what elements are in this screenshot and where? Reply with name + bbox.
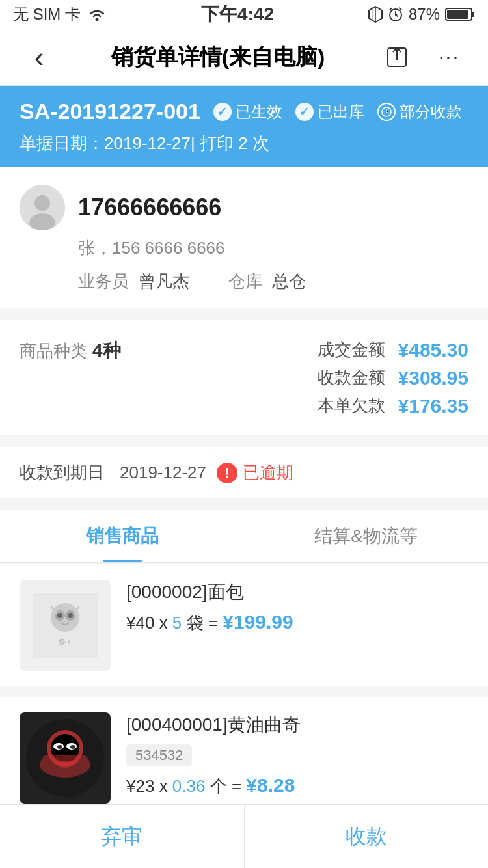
product-price-1: ¥40 x 5 袋 = ¥199.99 xyxy=(126,611,468,634)
more-button[interactable]: ··· xyxy=(429,45,468,69)
status-left: 无 SIM 卡 xyxy=(13,4,107,25)
status-bar: 无 SIM 卡 下午4:42 87% xyxy=(0,0,488,29)
salesperson-label: 业务员 xyxy=(78,271,129,291)
signal-text: 无 SIM 卡 xyxy=(13,4,81,25)
collect-payment-button[interactable]: 收款 xyxy=(244,805,489,868)
divider-3 xyxy=(0,500,488,510)
wifi-icon xyxy=(87,7,107,21)
status-badge-3: 部分收款 xyxy=(377,102,462,122)
stat-amount-received: ¥308.95 xyxy=(398,367,468,389)
check-icon-2: ✓ xyxy=(295,103,314,121)
stat-label-owed: 本单欠款 xyxy=(318,394,385,417)
alarm-icon xyxy=(388,7,403,22)
product-info-2: [000400001]黄油曲奇 534532 ¥23 x 0.36 个 = ¥8… xyxy=(126,712,468,798)
svg-text:鲁+: 鲁+ xyxy=(59,638,71,647)
warehouse-value: 总仓 xyxy=(272,271,306,291)
stat-item-owed: 本单欠款 ¥176.35 xyxy=(318,394,468,417)
customer-phone: 17666666666 xyxy=(78,194,221,221)
overdue-icon: ! xyxy=(217,463,237,483)
product-name-2: [000400001]黄油曲奇 xyxy=(126,712,468,737)
share-button[interactable] xyxy=(377,46,416,69)
divider-2 xyxy=(0,437,488,447)
svg-rect-4 xyxy=(447,10,468,19)
stat-item-received: 收款金额 ¥308.95 xyxy=(318,366,468,389)
tabs-row: 销售商品 结算&物流等 xyxy=(0,510,488,563)
stat-item-transaction: 成交金额 ¥485.30 xyxy=(318,338,468,361)
bottom-bar: 弃审 收款 xyxy=(0,804,488,868)
product-info-1: [0000002]面包 ¥40 x 5 袋 = ¥199.99 xyxy=(126,580,468,634)
page-title: 销货单详情(来自电脑) xyxy=(59,42,377,72)
avatar xyxy=(20,185,65,230)
svg-point-24 xyxy=(70,745,75,749)
customer-info: 张，156 6666 6666 xyxy=(20,237,468,260)
product-image-1: 鲁+ xyxy=(20,580,111,671)
svg-point-8 xyxy=(34,195,50,211)
divider-1 xyxy=(0,310,488,320)
due-label: 收款到期日 xyxy=(20,461,104,484)
customer-section: 17666666666 张，156 6666 6666 业务员 曾凡杰 仓库 总… xyxy=(0,167,488,308)
status-time: 下午4:42 xyxy=(201,2,274,27)
check-icon-1: ✓ xyxy=(213,103,232,121)
order-date-info: 单据日期：2019-12-27| 打印 2 次 xyxy=(20,132,468,155)
overdue-text: 已逾期 xyxy=(243,461,293,484)
category-value: 4种 xyxy=(92,338,121,363)
product-card-1: 鲁+ [0000002]面包 ¥40 x 5 袋 = ¥199.99 xyxy=(0,564,488,686)
svg-point-0 xyxy=(96,18,99,21)
svg-point-14 xyxy=(57,613,62,618)
financial-stats: 成交金额 ¥485.30 收款金额 ¥308.95 本单欠款 ¥176.35 xyxy=(318,338,468,417)
order-header-banner: SA-20191227-001 ✓ 已生效 ✓ 已出库 部分收款 单据日期：20… xyxy=(0,86,488,167)
product-price-2: ¥23 x 0.36 个 = ¥8.28 xyxy=(126,774,468,798)
tab-products[interactable]: 销售商品 xyxy=(0,510,244,562)
location-icon xyxy=(368,6,383,23)
stat-amount-owed: ¥176.35 xyxy=(398,395,468,417)
nav-right-buttons: ··· xyxy=(377,45,468,69)
back-button[interactable]: ‹ xyxy=(20,41,59,74)
tab-settlement[interactable]: 结算&物流等 xyxy=(244,510,488,562)
product-image-2 xyxy=(20,712,111,804)
tabs-section: 销售商品 结算&物流等 xyxy=(0,510,488,563)
svg-point-15 xyxy=(68,613,73,618)
warehouse-label: 仓库 xyxy=(228,271,262,291)
customer-meta: 业务员 曾凡杰 仓库 总仓 xyxy=(20,270,468,293)
battery-text: 87% xyxy=(409,5,440,23)
status-badge-1: ✓ 已生效 xyxy=(213,102,282,122)
battery-icon xyxy=(445,7,475,22)
clock-icon xyxy=(377,103,396,121)
stat-label-transaction: 成交金额 xyxy=(318,338,385,361)
stats-section: 商品种类 4种 成交金额 ¥485.30 收款金额 ¥308.95 本单欠款 ¥… xyxy=(0,320,488,435)
svg-rect-3 xyxy=(472,12,474,17)
category-label: 商品种类 xyxy=(20,340,87,362)
stat-label-received: 收款金额 xyxy=(318,366,385,389)
product-tag-2: 534532 xyxy=(126,744,192,766)
product-name-1: [0000002]面包 xyxy=(126,580,468,604)
salesperson-value: 曾凡杰 xyxy=(139,271,189,291)
product-card-2: [000400001]黄油曲奇 534532 ¥23 x 0.36 个 = ¥8… xyxy=(0,697,488,819)
status-badge-2: ✓ 已出库 xyxy=(295,102,364,122)
order-id: SA-20191227-001 xyxy=(20,99,200,124)
due-date-section: 收款到期日 2019-12-27 ! 已逾期 xyxy=(0,447,488,498)
nav-bar: ‹ 销货单详情(来自电脑) ··· xyxy=(0,29,488,86)
svg-point-23 xyxy=(57,745,62,749)
overdue-indicator: ! 已逾期 xyxy=(217,461,293,484)
stat-amount-transaction: ¥485.30 xyxy=(398,339,468,361)
status-right: 87% xyxy=(368,5,475,23)
cancel-review-button[interactable]: 弃审 xyxy=(0,805,244,868)
due-date: 2019-12-27 xyxy=(120,463,206,483)
